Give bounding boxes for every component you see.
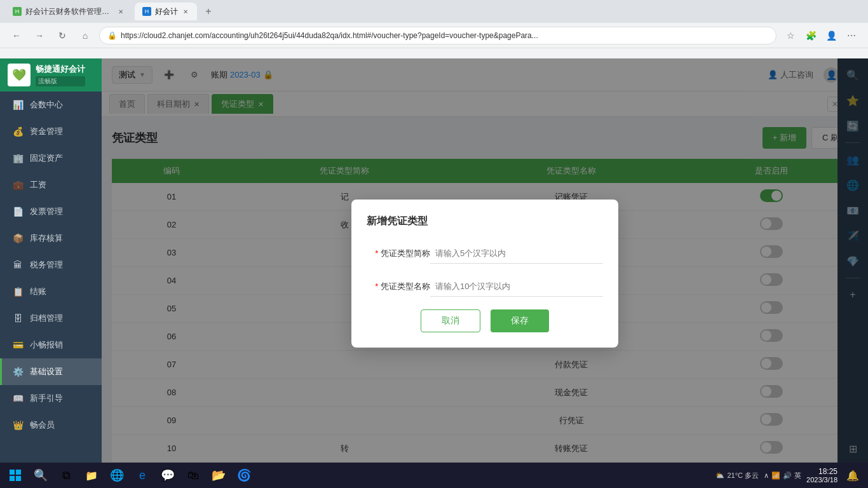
invoice-icon: 📄 bbox=[12, 206, 24, 217]
abbr-label: 凭证类型简称 bbox=[367, 248, 430, 259]
network-icon-area: ∧ 📶 🔊 英 bbox=[764, 471, 801, 480]
wifi-icon: 📶 bbox=[771, 471, 780, 480]
sidebar-item-label: 固定资产 bbox=[30, 152, 63, 164]
sidebar-item-invoice[interactable]: 📄 发票管理 bbox=[0, 198, 102, 225]
refresh-button[interactable]: ↻ bbox=[53, 27, 71, 44]
sidebar: 💚 畅捷通好会计 流畅版 📊 会数中心 💰 资金管理 🏢 固定资产 💼 工资 bbox=[0, 58, 102, 488]
logo-sub: 流畅版 bbox=[36, 76, 85, 86]
profile-button[interactable]: 👤 bbox=[822, 27, 840, 44]
modal-footer: 取消 保存 bbox=[367, 309, 603, 332]
taskbar-files-button[interactable]: 📂 bbox=[208, 465, 229, 485]
sidebar-item-label: 畅会员 bbox=[30, 419, 55, 431]
browser-actions: ☆ 🧩 👤 ⋯ bbox=[782, 27, 860, 44]
weather-icon: ⛅ bbox=[715, 471, 724, 480]
svg-rect-2 bbox=[10, 476, 15, 481]
taskbar-edge-button[interactable]: e bbox=[132, 465, 153, 485]
sidebar-item-label: 新手引导 bbox=[30, 393, 63, 404]
logo-icon: 💚 bbox=[8, 64, 31, 86]
sidebar-item-label: 归档管理 bbox=[30, 313, 63, 324]
settlement-icon: 📋 bbox=[12, 286, 24, 297]
name-label: 凭证类型名称 bbox=[367, 281, 430, 292]
sidebar-item-label: 结账 bbox=[30, 286, 46, 297]
name-form-row: 凭证类型名称 bbox=[367, 276, 603, 297]
sidebar-item-label: 税务管理 bbox=[30, 259, 63, 271]
more-button[interactable]: ⋯ bbox=[843, 27, 860, 44]
notification-button[interactable]: 🔔 bbox=[843, 465, 863, 485]
tab-title-2: 好会计 bbox=[155, 6, 178, 17]
fixed-assets-icon: 🏢 bbox=[12, 152, 24, 164]
cancel-button[interactable]: 取消 bbox=[421, 309, 480, 332]
lock-icon: 🔒 bbox=[107, 31, 117, 40]
lang-indicator: 英 bbox=[794, 471, 801, 480]
svg-rect-1 bbox=[16, 470, 21, 475]
sidebar-item-funds[interactable]: 💰 资金管理 bbox=[0, 118, 102, 145]
sidebar-item-label: 库存核算 bbox=[30, 233, 63, 244]
inventory-icon: 📦 bbox=[12, 233, 24, 244]
tab-bar: H 好会计云财务软件管理系统_会计 ✕ H 好会计 ✕ + bbox=[0, 0, 868, 23]
start-button[interactable] bbox=[5, 465, 25, 485]
sidebar-item-settlement[interactable]: 📋 结账 bbox=[0, 278, 102, 305]
taskbar-search-button[interactable]: 🔍 bbox=[31, 465, 51, 485]
expense-icon: 💳 bbox=[12, 339, 24, 351]
volume-icon: 🔊 bbox=[783, 471, 792, 480]
sidebar-item-label: 工资 bbox=[30, 179, 46, 191]
sidebar-item-label: 基础设置 bbox=[30, 366, 63, 377]
url-bar[interactable]: 🔒 https://cloud2.chanjet.com/accounting/… bbox=[99, 27, 776, 44]
new-voucher-modal: 新增凭证类型 凭证类型简称 凭证类型名称 取消 保存 bbox=[351, 200, 618, 348]
sidebar-item-label: 资金管理 bbox=[30, 126, 63, 137]
tax-icon: 🏛 bbox=[12, 259, 24, 271]
sidebar-item-tax[interactable]: 🏛 税务管理 bbox=[0, 252, 102, 278]
sidebar-item-guide[interactable]: 📖 新手引导 bbox=[0, 385, 102, 412]
logo-main: 畅捷通好会计 bbox=[36, 64, 85, 75]
browser-tab-1[interactable]: H 好会计云财务软件管理系统_会计 ✕ bbox=[5, 3, 132, 20]
taskbar-task-view-button[interactable]: ⧉ bbox=[56, 465, 76, 485]
sidebar-item-inventory[interactable]: 📦 库存核算 bbox=[0, 225, 102, 252]
dashboard-icon: 📊 bbox=[12, 99, 24, 111]
member-icon: 👑 bbox=[12, 419, 24, 431]
sidebar-item-basic[interactable]: ⚙️ 基础设置 bbox=[0, 358, 102, 385]
home-button[interactable]: ⌂ bbox=[76, 27, 94, 44]
forward-button[interactable]: → bbox=[31, 27, 48, 44]
sidebar-item-expense[interactable]: 💳 小畅报销 bbox=[0, 332, 102, 358]
taskbar: 🔍 ⧉ 📁 🌐 e 💬 🛍 📂 🌀 ⛅ 21°C 多云 ∧ 📶 🔊 英 18:2… bbox=[0, 463, 868, 488]
tab-favicon-1: H bbox=[13, 7, 22, 16]
back-button[interactable]: ← bbox=[8, 27, 25, 44]
url-text: https://cloud2.chanjet.com/accounting/uh… bbox=[121, 31, 768, 40]
sidebar-item-fixed-assets[interactable]: 🏢 固定资产 bbox=[0, 145, 102, 172]
abbr-form-row: 凭证类型简称 bbox=[367, 243, 603, 264]
taskbar-browser-button[interactable]: 🌀 bbox=[234, 465, 254, 485]
modal-title: 新增凭证类型 bbox=[367, 215, 603, 228]
sidebar-logo: 💚 畅捷通好会计 流畅版 bbox=[0, 58, 102, 92]
favorites-button[interactable]: ☆ bbox=[782, 27, 799, 44]
browser-tab-2[interactable]: H 好会计 ✕ bbox=[135, 3, 197, 20]
taskbar-clock: 18:25 2023/3/18 bbox=[806, 467, 837, 484]
basic-icon: ⚙️ bbox=[12, 366, 24, 377]
tab-title-1: 好会计云财务软件管理系统_会计 bbox=[25, 6, 113, 17]
taskbar-right: ⛅ 21°C 多云 ∧ 📶 🔊 英 18:25 2023/3/18 🔔 bbox=[715, 465, 863, 485]
address-bar: ← → ↻ ⌂ 🔒 https://cloud2.chanjet.com/acc… bbox=[0, 23, 868, 48]
tab-close-2[interactable]: ✕ bbox=[182, 7, 189, 17]
save-button[interactable]: 保存 bbox=[491, 309, 549, 332]
sidebar-item-member[interactable]: 👑 畅会员 bbox=[0, 412, 102, 438]
taskbar-explorer-button[interactable]: 📁 bbox=[81, 465, 102, 485]
tab-favicon-2: H bbox=[142, 7, 151, 16]
new-tab-button[interactable]: + bbox=[200, 3, 217, 20]
sidebar-scroll: 📊 会数中心 💰 资金管理 🏢 固定资产 💼 工资 📄 发票管理 📦 库 bbox=[0, 92, 102, 464]
name-input[interactable] bbox=[430, 276, 603, 297]
funds-icon: 💰 bbox=[12, 126, 24, 137]
sidebar-item-label: 会数中心 bbox=[30, 99, 63, 111]
chevron-up-icon: ∧ bbox=[764, 471, 769, 480]
sidebar-item-dashboard[interactable]: 📊 会数中心 bbox=[0, 92, 102, 118]
modal-overlay: 新增凭证类型 凭证类型简称 凭证类型名称 取消 保存 bbox=[102, 58, 868, 488]
extensions-button[interactable]: 🧩 bbox=[802, 27, 820, 44]
taskbar-chrome-button[interactable]: 🌐 bbox=[107, 465, 127, 485]
weather-temp: 21°C 多云 bbox=[727, 471, 759, 480]
taskbar-wechat-button[interactable]: 💬 bbox=[158, 465, 178, 485]
taskbar-store-button[interactable]: 🛍 bbox=[183, 465, 203, 485]
tab-close-1[interactable]: ✕ bbox=[117, 7, 125, 17]
logo-text: 畅捷通好会计 流畅版 bbox=[36, 64, 85, 86]
sidebar-item-salary[interactable]: 💼 工资 bbox=[0, 172, 102, 198]
abbr-input[interactable] bbox=[430, 243, 603, 264]
sidebar-item-archive[interactable]: 🗄 归档管理 bbox=[0, 305, 102, 332]
svg-rect-0 bbox=[10, 470, 15, 475]
